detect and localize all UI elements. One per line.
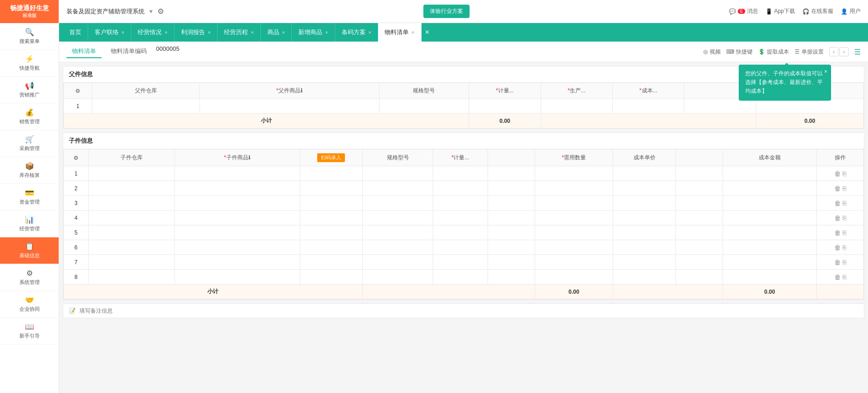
copy-icon[interactable]: ⎘ bbox=[843, 273, 846, 281]
tab-profit[interactable]: 利润报告 × bbox=[175, 23, 217, 42]
close-icon[interactable]: × bbox=[368, 30, 371, 35]
delete-icon[interactable]: 🗑 bbox=[834, 170, 841, 177]
qty-cell[interactable] bbox=[535, 270, 613, 284]
close-icon[interactable]: × bbox=[121, 30, 124, 35]
sidebar-item-enterprise[interactable]: 🤝 企业协同 bbox=[0, 291, 59, 318]
sidebar-item-search[interactable]: 🔍 搜索菜单 bbox=[0, 23, 59, 50]
spec-cell[interactable] bbox=[362, 240, 433, 255]
child-goods-cell[interactable] bbox=[175, 166, 300, 181]
child-goods-cell[interactable] bbox=[175, 181, 300, 196]
shortcut-action[interactable]: ⌨ 快捷键 bbox=[726, 48, 753, 56]
child-warehouse-cell[interactable] bbox=[89, 166, 175, 181]
qty-cell[interactable] bbox=[535, 181, 613, 196]
tab-new-goods[interactable]: 新增商品 × bbox=[292, 23, 335, 42]
unit-cell[interactable] bbox=[433, 211, 488, 225]
copy-icon[interactable]: ⎘ bbox=[843, 200, 846, 207]
child-warehouse-cell[interactable] bbox=[89, 211, 175, 225]
close-icon[interactable]: × bbox=[411, 30, 414, 35]
copy-icon[interactable]: ⎘ bbox=[843, 185, 846, 192]
production-cell[interactable] bbox=[541, 99, 612, 114]
sidebar-item-purchase[interactable]: 🛒 采购管理 bbox=[0, 130, 59, 157]
cost-unit-cell[interactable] bbox=[613, 196, 676, 211]
close-icon[interactable]: × bbox=[325, 30, 328, 35]
tab-operations[interactable]: 经营情况 × bbox=[131, 23, 174, 42]
child-warehouse-cell[interactable] bbox=[89, 255, 175, 270]
online-service-btn[interactable]: 🎧 在线客服 bbox=[802, 7, 833, 15]
video-action[interactable]: ◎ 视频 bbox=[703, 48, 721, 56]
qty-cell[interactable] bbox=[535, 196, 613, 211]
delete-icon[interactable]: 🗑 bbox=[834, 214, 841, 222]
dropdown-arrow-icon[interactable]: ▼ bbox=[148, 8, 154, 15]
cost-unit-cell[interactable] bbox=[613, 211, 676, 225]
child-warehouse-cell[interactable] bbox=[89, 240, 175, 255]
parent-goods-cell[interactable] bbox=[200, 99, 380, 114]
unit-cell[interactable] bbox=[433, 225, 488, 240]
qty-cell[interactable] bbox=[535, 211, 613, 225]
close-icon[interactable]: × bbox=[164, 30, 167, 35]
unit-cell[interactable] bbox=[433, 181, 488, 196]
child-goods-cell[interactable] bbox=[175, 240, 300, 255]
extract-cost-action[interactable]: 💲 提取成本 bbox=[758, 48, 789, 56]
delete-icon[interactable]: 🗑 bbox=[834, 273, 841, 281]
close-icon[interactable]: × bbox=[251, 30, 253, 35]
col-scan[interactable]: 扫码录入 bbox=[300, 150, 363, 166]
child-goods-cell[interactable] bbox=[175, 270, 300, 284]
sidebar-item-operations[interactable]: 📊 经营管理 bbox=[0, 211, 59, 237]
sidebar-item-inventory[interactable]: 📦 库存核算 bbox=[0, 157, 59, 184]
close-icon[interactable]: × bbox=[282, 30, 285, 35]
child-warehouse-cell[interactable] bbox=[89, 270, 175, 284]
app-download-btn[interactable]: 📱 App下载 bbox=[766, 7, 795, 15]
close-all-tabs-button[interactable]: × bbox=[425, 28, 429, 36]
sidebar-item-system[interactable]: ⚙ 系统管理 bbox=[0, 264, 59, 291]
tab-home[interactable]: 首页 bbox=[63, 23, 88, 42]
spec-cell[interactable] bbox=[379, 99, 469, 114]
table-view-icon[interactable]: ☰ bbox=[854, 48, 861, 56]
message-btn[interactable]: 💬 6 消息 bbox=[729, 7, 758, 15]
spec-cell[interactable] bbox=[362, 225, 433, 240]
sidebar-item-marketing[interactable]: 📢 营销推广 bbox=[0, 77, 59, 103]
child-goods-cell[interactable] bbox=[175, 211, 300, 225]
unit-cell[interactable] bbox=[433, 270, 488, 284]
scan-button[interactable]: 扫码录入 bbox=[317, 153, 345, 162]
spec-cell[interactable] bbox=[362, 181, 433, 196]
spec-cell[interactable] bbox=[362, 255, 433, 270]
sidebar-item-basicinfo[interactable]: 📋 基础信息 bbox=[0, 237, 59, 264]
tab-customer[interactable]: 客户联络 × bbox=[88, 23, 131, 42]
cost-unit-cell[interactable] bbox=[613, 166, 676, 181]
delete-icon[interactable]: 🗑 bbox=[834, 259, 841, 266]
col-settings[interactable]: ⚙ bbox=[64, 83, 92, 99]
cost-cell[interactable] bbox=[612, 99, 684, 114]
unit-cell[interactable] bbox=[433, 196, 488, 211]
cost-unit-cell[interactable] bbox=[613, 270, 676, 284]
copy-icon[interactable]: ⎘ bbox=[843, 214, 846, 222]
unit-cell[interactable] bbox=[433, 166, 488, 181]
delete-icon[interactable]: 🗑 bbox=[834, 200, 841, 207]
child-goods-cell[interactable] bbox=[175, 225, 300, 240]
cost-unit-cell[interactable] bbox=[613, 240, 676, 255]
child-warehouse-cell[interactable] bbox=[89, 196, 175, 211]
experience-button[interactable]: 体验行业方案 bbox=[423, 5, 470, 18]
tab-bom[interactable]: 物料清单 × bbox=[378, 23, 421, 42]
cost-unit-cell[interactable] bbox=[613, 255, 676, 270]
child-goods-cell[interactable] bbox=[175, 255, 300, 270]
cost-unit-cell[interactable] bbox=[613, 181, 676, 196]
qty-cell[interactable] bbox=[535, 240, 613, 255]
child-warehouse-cell[interactable] bbox=[89, 225, 175, 240]
copy-icon[interactable]: ⎘ bbox=[843, 170, 846, 177]
sub-tab-bom[interactable]: 物料清单 bbox=[66, 45, 102, 58]
copy-icon[interactable]: ⎘ bbox=[843, 229, 846, 236]
user-btn[interactable]: 👤 用户 bbox=[841, 7, 861, 15]
settings-icon[interactable]: ⚙ bbox=[157, 7, 164, 16]
tab-goods[interactable]: 商品 × bbox=[261, 23, 292, 42]
sidebar-item-quicknav[interactable]: ⚡ 快捷导航 bbox=[0, 50, 59, 77]
qty-cell[interactable] bbox=[535, 166, 613, 181]
prev-arrow[interactable]: ‹ bbox=[829, 47, 838, 56]
sidebar-item-guide[interactable]: 📖 新手引导 bbox=[0, 318, 59, 345]
unit-cell[interactable] bbox=[469, 99, 541, 114]
tab-barcode[interactable]: 条码方案 × bbox=[335, 23, 378, 42]
qty-cell[interactable] bbox=[535, 255, 613, 270]
unit-cell[interactable] bbox=[433, 255, 488, 270]
cost-unit-cell[interactable] bbox=[613, 225, 676, 240]
copy-icon[interactable]: ⎘ bbox=[843, 259, 846, 266]
delete-icon[interactable]: 🗑 bbox=[834, 185, 841, 192]
